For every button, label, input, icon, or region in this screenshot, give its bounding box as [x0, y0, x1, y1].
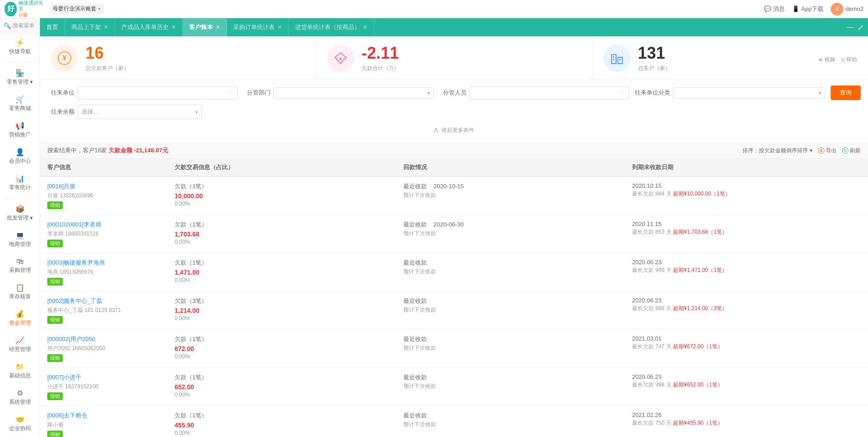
stat-total-label: 总客户（家） [638, 65, 671, 72]
last-payment-7: 最近收款 [403, 412, 632, 420]
due-link-5[interactable]: 超期¥672.00（1笔） [673, 343, 723, 350]
customer-name-5[interactable]: [000002]用户2050 [47, 335, 175, 343]
tab-minimize-icon[interactable]: — [847, 23, 854, 31]
stat-icon-overdue: ¥ [51, 45, 78, 72]
customer-info-6: [0007]小进千 小进千 18279152100 现销 [47, 373, 175, 400]
export-label: 导出 [826, 147, 837, 155]
customer-name-3[interactable]: [0003]畅捷服务尹海燕 [47, 259, 175, 267]
customer-name-1[interactable]: [0016]吕俊 [47, 182, 175, 191]
sidebar-search[interactable]: 🔍 搜索菜单 [0, 18, 40, 34]
collapse-label: 收起更多条件 [442, 127, 474, 133]
due-overdue-2: 最长欠款 853 天 超期¥1,703.68（1笔） [632, 228, 861, 236]
building-icon [610, 51, 624, 65]
due-link-3[interactable]: 超期¥1,471.00（1笔） [673, 267, 728, 273]
due-link-2[interactable]: 超期¥1,703.68（1笔） [673, 229, 728, 235]
due-link-7[interactable]: 超期¥455.90（1笔） [673, 420, 723, 426]
customer-name-2[interactable]: [0001020001]李老师 [47, 221, 175, 229]
dept-select[interactable]: ▾ [273, 87, 434, 99]
due-link-6[interactable]: 超期¥652.00（1笔） [673, 382, 723, 388]
due-date-4: 2020.06.23 [632, 297, 861, 304]
sidebar-item-member[interactable]: 👤 会员中心 [0, 143, 40, 170]
due-date-7: 2021.02.26 [632, 412, 861, 418]
sidebar-item-wholesale[interactable]: 📦 批发管理 ▾ [0, 200, 40, 226]
customer-contact-6: 小进千 18279152100 [47, 383, 175, 391]
return-info-7: 最近收款 预计下次收款 [403, 412, 632, 428]
debt-percent-5: 0.00% [175, 353, 403, 360]
tab-bar: 首页 商品上下架 ✕ 产成品入库单历史 ✕ 客户账本 ✕ 采购订单统计表 ✕ [40, 18, 868, 36]
sidebar-item-purchase[interactable]: 🛍 采购管理 [0, 253, 40, 279]
customer-contact-3: 海燕 18513066976 [47, 268, 175, 276]
customer-name-4[interactable]: [0002]服务中心_丁磊 [47, 297, 175, 305]
collapse-bar[interactable]: ⋀ 收起更多条件 [47, 124, 861, 137]
tab-maximize-icon[interactable]: ⤢ [858, 23, 863, 32]
next-payment-3: 预计下次收款 [403, 268, 632, 276]
user-profile[interactable]: d demo2 [831, 3, 863, 15]
currency-icon: ¥ [57, 51, 72, 65]
last-payment-2: 最近收款 2020-06-30 [403, 221, 632, 229]
remaining-select[interactable]: 选择... ▾ [77, 105, 202, 119]
tab-production[interactable]: 产成品入库单历史 ✕ [115, 18, 183, 36]
last-payment-4: 最近收款 [403, 297, 632, 305]
sidebar-item-retail-stat[interactable]: 📊 零售统计 [0, 170, 40, 196]
tab-customer-account[interactable]: 客户账本 ✕ [183, 18, 227, 36]
tab-home[interactable]: 首页 [40, 18, 65, 36]
message-icon: 💬 [764, 5, 771, 12]
sidebar-item-marketing[interactable]: 📢 营销推广 [0, 117, 40, 143]
table-row: [0001020001]李老师 李老师 18600391516 现销 欠款（1笔… [40, 215, 868, 253]
tab-instock-stat[interactable]: 进货单统计表（按商品） ✕ [289, 18, 374, 36]
tab-customer-account-close[interactable]: ✕ [216, 24, 220, 30]
sidebar-item-basic-info[interactable]: 📁 基础信息 [0, 358, 40, 384]
customer-name-7[interactable]: [0006]去下粮仓 [47, 412, 175, 420]
app-download-button[interactable]: 📱 App下载 [792, 5, 823, 13]
amount-result-label: 欠款金额 -21,148.07元 [109, 147, 168, 154]
help-link[interactable]: ⊙ 帮助 [841, 56, 857, 64]
due-overdue-1: 最长欠款 884 天 超期¥10,000.00（1笔） [632, 190, 861, 198]
debt-count-6: 欠款（1笔） [175, 373, 403, 382]
last-payment-1: 最近收款 2020-10-15 [403, 182, 632, 191]
refresh-icon: ↻ [842, 147, 848, 154]
unit-category-select[interactable]: ▾ [673, 87, 825, 99]
last-payment-3: 最近收款 [403, 259, 632, 267]
due-link-4[interactable]: 超期¥1,214.00（3笔） [673, 305, 728, 311]
col-header-return: 回款情况 [403, 163, 632, 171]
sidebar-item-retail-mgmt[interactable]: 🏪 零售管理 ▾ [0, 64, 40, 90]
sidebar-item-operations[interactable]: 📈 经营管理 [0, 332, 40, 358]
col-header-debt: 欠款交易信息（占比） [175, 163, 403, 171]
tab-instock-stat-close[interactable]: ✕ [363, 24, 367, 30]
customer-contact-5: 用户2050 18665062050 [47, 345, 175, 352]
debt-amount-3: 1,471.00 [175, 269, 403, 276]
last-payment-6: 最近收款 [403, 373, 632, 382]
view-link[interactable]: 👁 视频 [818, 56, 835, 64]
tab-purchase-order-close[interactable]: ✕ [277, 24, 282, 30]
store-selector[interactable]: 母婴行业演示账套 ▾ [49, 3, 104, 15]
sidebar-item-enterprise[interactable]: 🤝 企业协同 [0, 411, 40, 437]
tab-purchase-order[interactable]: 采购订单统计表 ✕ [227, 18, 289, 36]
due-link-1[interactable]: 超期¥10,000.00（1笔） [673, 191, 731, 197]
sidebar-item-retail-mall[interactable]: 🛒 零售商城 [0, 90, 40, 117]
tab-products[interactable]: 商品上下架 ✕ [65, 18, 115, 36]
debt-info-3: 欠款（1笔） 1,471.00 0.00% [175, 259, 403, 283]
from-unit-input[interactable]: ··· [77, 86, 238, 100]
next-payment-5: 预计下次收款 [403, 344, 632, 352]
customer-name-6[interactable]: [0007]小进千 [47, 373, 175, 382]
tab-right-actions: — ⤢ [847, 23, 868, 32]
tab-products-close[interactable]: ✕ [104, 24, 108, 30]
sidebar-item-finance[interactable]: 💰 资金管理 [0, 305, 40, 332]
next-payment-2: 预计下次收款 [403, 230, 632, 237]
stat-card-overdue-amount: ◈ -2.11 欠款合计（万） [316, 36, 592, 80]
query-button[interactable]: 查询 [831, 85, 861, 100]
export-button[interactable]: ⬆ 导出 [818, 147, 837, 155]
sidebar-item-sys-mgmt[interactable]: ⚙ 系统管理 [0, 384, 40, 411]
person-dots: ··· [620, 90, 625, 96]
svg-text:◈: ◈ [339, 56, 342, 61]
person-input[interactable]: ··· [469, 86, 630, 100]
stat-overdue-label: 总欠款客户（家） [85, 65, 129, 72]
sidebar-item-ecommerce[interactable]: 💻 电商管理 [0, 226, 40, 253]
refresh-button[interactable]: ↻ 刷新 [842, 147, 861, 155]
debt-info-6: 欠款（1笔） 652.00 0.00% [175, 373, 403, 398]
tab-production-close[interactable]: ✕ [171, 24, 176, 30]
message-button[interactable]: 💬 消息 [764, 5, 785, 13]
sidebar-item-inventory[interactable]: 📋 库存核算 [0, 279, 40, 305]
sort-selector[interactable]: 排序：按欠款金额倒序排序 ▾ [743, 147, 813, 155]
sidebar-item-quick-nav[interactable]: ⚡ 快捷导航 [0, 34, 40, 60]
